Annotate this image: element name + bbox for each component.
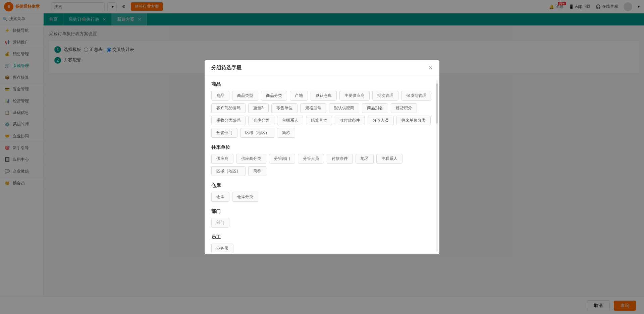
field-tag[interactable]: 业务员 [211, 244, 233, 253]
field-tag[interactable]: 部门 [211, 218, 229, 228]
field-tag[interactable]: 客户商品编码 [211, 103, 246, 113]
modal-overlay: 分组待选字段 ✕ 商品 商品 商品类型 商品分类 产地 默认仓库 主要供应商 批… [0, 0, 644, 314]
field-tag[interactable]: 供应商分类 [236, 154, 266, 164]
field-tag[interactable]: 分管部门 [269, 154, 295, 164]
field-tag[interactable]: 商品别名 [362, 103, 388, 113]
field-tag[interactable]: 区域（地区） [211, 166, 246, 176]
field-tag[interactable]: 默认仓库 [311, 91, 337, 101]
field-tags-department: 部门 [211, 218, 433, 228]
section-employee: 员工 业务员 [211, 234, 433, 253]
section-goods: 商品 商品 商品类型 商品分类 产地 默认仓库 主要供应商 批次管理 保质期管理… [211, 81, 433, 138]
modal-title: 分组待选字段 [211, 65, 241, 71]
field-tag[interactable]: 主联系人 [376, 154, 402, 164]
field-tag[interactable]: 简称 [277, 128, 295, 138]
field-tag[interactable]: 简称 [248, 166, 266, 176]
field-tag[interactable]: 商品分类 [261, 91, 287, 101]
field-tag[interactable]: 默认供应商 [329, 103, 359, 113]
field-tag[interactable]: 零售单位 [271, 103, 298, 113]
field-tags-counterpart: 供应商 供应商分类 分管部门 分管人员 付款条件 地区 主联系人 区域（地区） … [211, 154, 433, 176]
field-tag[interactable]: 炼货积分 [391, 103, 417, 113]
section-title-goods: 商品 [211, 81, 433, 87]
field-tag[interactable]: 商品类型 [232, 91, 258, 101]
field-tag[interactable]: 保质期管理 [401, 91, 431, 101]
section-title-warehouse: 仓库 [211, 183, 433, 189]
section-counterpart: 往来单位 供应商 供应商分类 分管部门 分管人员 付款条件 地区 主联系人 区域… [211, 144, 433, 176]
field-tag[interactable]: 重量3 [248, 103, 269, 113]
field-tag[interactable]: 仓库分类 [232, 192, 258, 202]
section-warehouse: 仓库 仓库 仓库分类 [211, 183, 433, 202]
section-title-department: 部门 [211, 208, 433, 214]
field-tag[interactable]: 往来单位分类 [396, 116, 431, 125]
section-title-employee: 员工 [211, 234, 433, 240]
field-tag[interactable]: 地区 [356, 154, 374, 164]
field-tag[interactable]: 结算单位 [306, 116, 332, 125]
vertical-scrollbar[interactable] [436, 80, 438, 252]
field-tag[interactable]: 分管人员 [368, 116, 394, 125]
field-tag[interactable]: 商品 [211, 91, 229, 101]
field-tag[interactable]: 付款条件 [327, 154, 353, 164]
field-tag[interactable]: 规格型号 [300, 103, 326, 113]
field-tag[interactable]: 产地 [290, 91, 308, 101]
field-tag[interactable]: 税收分类编码 [211, 116, 246, 125]
field-tag[interactable]: 收付款条件 [335, 116, 365, 125]
field-tag[interactable]: 分管部门 [211, 128, 237, 138]
field-select-modal: 分组待选字段 ✕ 商品 商品 商品类型 商品分类 产地 默认仓库 主要供应商 批… [205, 60, 439, 254]
modal-body: 商品 商品 商品类型 商品分类 产地 默认仓库 主要供应商 批次管理 保质期管理… [205, 76, 439, 254]
scrollbar-thumb [436, 83, 438, 124]
section-title-counterpart: 往来单位 [211, 144, 433, 150]
field-tag[interactable]: 分管人员 [298, 154, 324, 164]
modal-close-button[interactable]: ✕ [428, 65, 433, 71]
field-tag[interactable]: 批次管理 [372, 91, 398, 101]
field-tag[interactable]: 仓库 [211, 192, 229, 202]
modal-header: 分组待选字段 ✕ [205, 60, 439, 76]
field-tag[interactable]: 区域（地区） [240, 128, 274, 138]
field-tags-goods: 商品 商品类型 商品分类 产地 默认仓库 主要供应商 批次管理 保质期管理 客户… [211, 91, 433, 138]
section-department: 部门 部门 [211, 208, 433, 228]
field-tag[interactable]: 主联系人 [277, 116, 303, 125]
field-tag[interactable]: 主要供应商 [339, 91, 370, 101]
field-tags-warehouse: 仓库 仓库分类 [211, 192, 433, 202]
field-tag[interactable]: 仓库分类 [248, 116, 274, 125]
field-tag[interactable]: 供应商 [211, 154, 233, 164]
field-tags-employee: 业务员 [211, 244, 433, 253]
